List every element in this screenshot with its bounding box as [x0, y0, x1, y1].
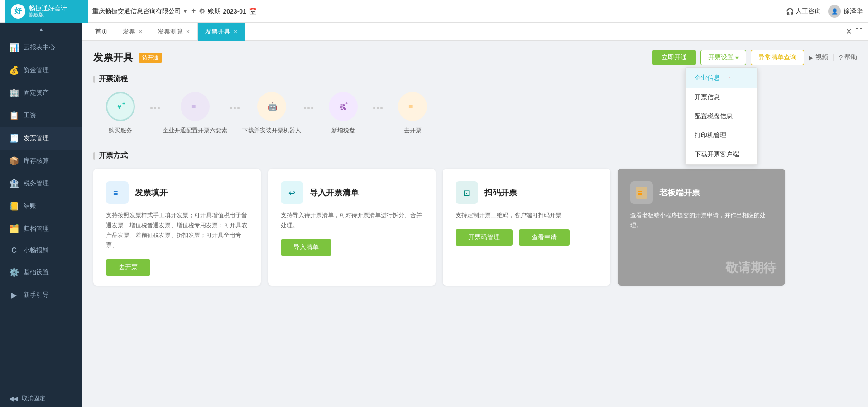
svg-text:+: + [345, 101, 348, 106]
gear-icon: ⚙️ [9, 267, 19, 277]
payroll-icon: 📋 [9, 111, 19, 121]
sidebar-item-jiezhang[interactable]: 📒 结账 [0, 195, 82, 218]
content-area: 首页 发票 ✕ 发票测算 ✕ 发票开具 ✕ ✕ ⛶ 发 [82, 23, 868, 407]
tab-controls: ✕ ⛶ [846, 27, 863, 36]
building-icon: 🏢 [9, 88, 19, 98]
dropdown-item-invoice-info[interactable]: 开票信息 [686, 88, 757, 107]
settings-icon[interactable]: ⚙ [199, 7, 205, 15]
tab-close-fapiaocesuan[interactable]: ✕ [186, 29, 190, 35]
help-button[interactable]: ? 帮助 [839, 53, 857, 62]
enterprise-icon: ≡ [187, 98, 203, 115]
sidebar-item-kucun[interactable]: 📦 库存核算 [0, 150, 82, 172]
sidebar-item-gudingzichan[interactable]: 🏢 固定资产 [0, 82, 82, 104]
question-icon: ? [839, 54, 843, 61]
page-title-row: 发票开具 待开通 立即开通 开票设置 ▾ 异常清单查询 ▶ 视频 | ? [93, 50, 857, 65]
support-button[interactable]: 🎧 人工咨询 [786, 7, 821, 15]
flow-step-0: ♥ + 购买服务 [93, 92, 148, 135]
archive-icon: 🗂️ [9, 224, 19, 234]
sidebar-item-gongzi[interactable]: 📋 工资 [0, 104, 82, 127]
sidebar-item-jichushezhi[interactable]: ⚙️ 基础设置 [0, 261, 82, 284]
activate-button[interactable]: 立即开通 [652, 50, 696, 65]
method-card-import: ↩ 导入开票清单 支持导入待开票清单，可对待开票清单进行拆分、合并处理。 导入清… [268, 169, 436, 286]
sidebar-item-zijin[interactable]: 💰 资金管理 [0, 59, 82, 82]
sidebar-item-xinshou[interactable]: ▶ 新手引导 [0, 284, 82, 306]
dropdown-item-tax-config[interactable]: 配置税盘信息 [686, 107, 757, 126]
status-badge: 待开通 [139, 53, 162, 63]
svg-text:🤖: 🤖 [268, 102, 278, 111]
tax-disk-icon: 税 + [335, 98, 351, 115]
svg-text:+: + [122, 101, 125, 107]
company-selector[interactable]: 重庆畅捷交通信息咨询有限公司 ▾ [92, 7, 187, 15]
flow-step-2: 🤖 下载并安装开票机器人 [242, 92, 301, 135]
chevron-down-icon: ▾ [735, 54, 739, 61]
tab-expand-icon[interactable]: ⛶ [855, 28, 863, 36]
add-icon[interactable]: + [191, 6, 196, 16]
flow-icon-0: ♥ + [106, 92, 135, 121]
tab-fapiaosuansuan[interactable]: 发票测算 ✕ [150, 23, 198, 41]
tab-close-fapiaokaiju[interactable]: ✕ [233, 29, 238, 35]
guide-icon: ▶ [9, 290, 19, 300]
dropdown-item-download-client[interactable]: 下载开票客户端 [686, 145, 757, 164]
sidebar-cancel-fixed[interactable]: ◀◀ 取消固定 [0, 390, 82, 407]
inventory-icon: 📦 [9, 156, 19, 166]
dropdown-item-printer[interactable]: 打印机管理 [686, 126, 757, 145]
tab-fapiao[interactable]: 发票 ✕ [115, 23, 150, 41]
flow-dots-1 [227, 107, 242, 109]
video-button[interactable]: ▶ 视频 [809, 53, 828, 62]
method-card-boss-header: ≡ 老板端开票 [630, 181, 772, 204]
page-actions: 立即开通 开票设置 ▾ 异常清单查询 ▶ 视频 | ? 帮助 [652, 50, 857, 65]
chart-icon: 📊 [9, 43, 19, 53]
go-invoice-button[interactable]: 去开票 [106, 259, 150, 276]
sidebar-item-fapiao[interactable]: 🧾 发票管理 [0, 127, 82, 150]
tab-close-fapiao[interactable]: ✕ [138, 29, 143, 35]
tab-fapiaokaiju[interactable]: 发票开具 ✕ [198, 23, 245, 41]
flow-dots-0 [148, 107, 163, 109]
method-card-boss: ≡ 老板端开票 查看老板端小程序提交的开票申请，并作出相应的处理。 敬请期待 [618, 169, 785, 286]
settings-button[interactable]: 开票设置 ▾ [700, 50, 746, 65]
flow-icon-3: 税 + [329, 92, 358, 121]
chevron-down-icon: ▾ [184, 8, 187, 15]
flow-icon-1: ≡ [181, 92, 210, 121]
header: 好 畅捷通好会计 旗舰版 重庆畅捷交通信息咨询有限公司 ▾ + ⚙ 账期 202… [0, 0, 868, 23]
page-content: 发票开具 待开通 立即开通 开票设置 ▾ 异常清单查询 ▶ 视频 | ? [82, 41, 868, 407]
pin-icon: ◀◀ [9, 395, 18, 402]
sidebar-scroll-up[interactable]: ▲ [0, 23, 82, 36]
sidebar-item-shuiwu[interactable]: 🏦 税务管理 [0, 172, 82, 195]
ledger-icon: 📒 [9, 201, 19, 211]
svg-text:≡: ≡ [408, 102, 413, 111]
method-card-scan-header: ⊡ 扫码开票 [456, 181, 598, 204]
fill-invoice-icon: ≡ [110, 186, 124, 199]
settings-dropdown: 企业信息 → 开票信息 配置税盘信息 打印机管理 下 [685, 67, 758, 165]
dropdown-item-company-info[interactable]: 企业信息 → [686, 68, 757, 88]
flow-icon-4: ≡ [398, 92, 427, 121]
method-card-scan: ⊡ 扫码开票 支持定制开票二维码，客户端可扫码开票 开票码管理 查看申请 [443, 169, 610, 286]
method-card-fill: ≡ 发票填开 支持按照发票样式手工填开发票；可开具增值税电子普通发票、增值税普通… [93, 169, 261, 286]
flow-dots-3 [370, 107, 385, 109]
go-invoice-icon: ≡ [404, 98, 421, 115]
red-arrow-icon: → [724, 73, 732, 82]
svg-text:⊡: ⊡ [463, 189, 470, 198]
tab-close-all-icon[interactable]: ✕ [846, 27, 852, 36]
boss-invoice-icon: ≡ [635, 186, 648, 199]
import-list-button[interactable]: 导入清单 [281, 239, 331, 256]
sidebar-item-yunbao[interactable]: 📊 云报表中心 [0, 36, 82, 59]
logo-text: 畅捷通好会计 旗舰版 [29, 5, 67, 18]
flow-step-4: ≡ 去开票 [385, 92, 440, 135]
svg-text:↩: ↩ [288, 189, 295, 198]
anomaly-button[interactable]: 异常清单查询 [751, 50, 804, 65]
sidebar-item-xiaochang[interactable]: C 小畅报销 [0, 240, 82, 261]
qr-manage-button[interactable]: 开票码管理 [456, 229, 513, 246]
tab-home[interactable]: 首页 [88, 23, 115, 41]
header-right: 🎧 人工咨询 👤 徐泽华 [786, 5, 863, 18]
expense-icon: C [9, 247, 19, 255]
period-info: + ⚙ 账期 2023-01 📅 [191, 6, 257, 16]
user-info[interactable]: 👤 徐泽华 [828, 5, 863, 18]
fill-icon: ≡ [106, 181, 129, 204]
view-apply-button[interactable]: 查看申请 [519, 229, 570, 246]
play-icon: ▶ [809, 54, 814, 61]
flow-step-3: 税 + 新增税盘 [316, 92, 370, 135]
flow-icon-2: 🤖 [257, 92, 286, 121]
sidebar-item-guidang[interactable]: 🗂️ 归档管理 [0, 218, 82, 240]
calendar-icon[interactable]: 📅 [249, 8, 257, 15]
logo-icon: 好 [11, 4, 25, 19]
